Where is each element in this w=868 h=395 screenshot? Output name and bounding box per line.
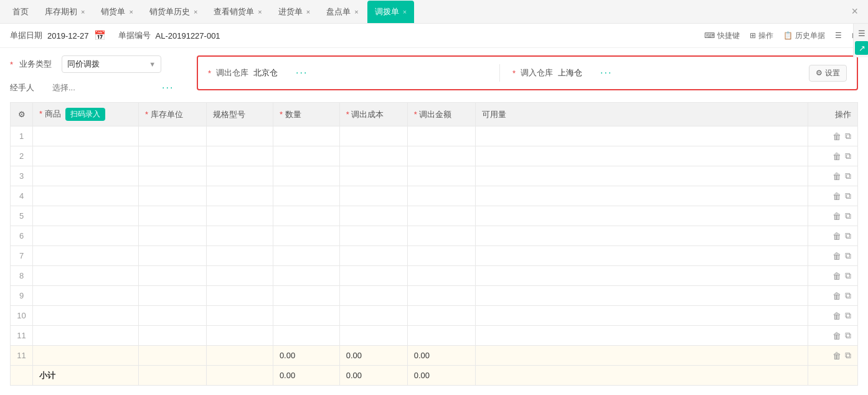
row-available[interactable] xyxy=(475,186,808,206)
business-type-select[interactable]: 同价调拨 ▼ xyxy=(62,55,161,73)
row-cost[interactable] xyxy=(339,306,407,326)
row-amount[interactable] xyxy=(407,326,475,346)
row-qty[interactable] xyxy=(273,186,339,206)
row-cost[interactable] xyxy=(339,326,407,346)
row-qty[interactable] xyxy=(273,146,339,166)
delete-icon[interactable]: 🗑 xyxy=(833,351,841,361)
copy-icon[interactable]: ⧉ xyxy=(845,310,851,321)
row-product[interactable] xyxy=(33,226,139,246)
row-amount[interactable] xyxy=(407,246,475,266)
tab-sales-history[interactable]: 销货单历史 × xyxy=(142,1,205,23)
row-spec[interactable] xyxy=(207,306,273,326)
close-sales-order[interactable]: × xyxy=(129,8,133,16)
delete-icon[interactable]: 🗑 xyxy=(833,311,841,321)
tab-inventory[interactable]: 盘点单 × xyxy=(319,1,366,23)
row-qty[interactable] xyxy=(273,326,339,346)
history-link[interactable]: 📋 历史单据 xyxy=(783,31,825,41)
copy-icon[interactable]: ⧉ xyxy=(845,151,851,161)
copy-icon[interactable]: ⧉ xyxy=(845,171,851,181)
row-spec[interactable] xyxy=(207,126,273,146)
row-available[interactable] xyxy=(475,126,808,146)
row-cost[interactable] xyxy=(339,126,407,146)
row-cost[interactable] xyxy=(339,286,407,306)
copy-icon[interactable]: ⧉ xyxy=(845,330,851,341)
copy-icon[interactable]: ⧉ xyxy=(845,211,851,221)
row-unit[interactable] xyxy=(139,326,207,346)
row-qty[interactable] xyxy=(273,266,339,286)
tab-purchase[interactable]: 进货单 × xyxy=(271,1,318,23)
row-cost[interactable] xyxy=(339,206,407,226)
delete-icon[interactable]: 🗑 xyxy=(833,331,841,341)
close-purchase[interactable]: × xyxy=(306,8,310,16)
close-inventory[interactable]: × xyxy=(354,8,358,16)
copy-icon[interactable]: ⧉ xyxy=(845,131,851,141)
row-amount[interactable] xyxy=(407,206,475,226)
row-qty[interactable] xyxy=(273,166,339,186)
delete-icon[interactable]: 🗑 xyxy=(833,251,841,261)
table-scroll[interactable]: ⚙ * 商品 扫码录入 * 库存单位 规格型号 * 数量 xyxy=(10,102,858,386)
row-product[interactable] xyxy=(33,326,139,346)
row-available[interactable] xyxy=(475,326,808,346)
settings-button[interactable]: ⚙ 设置 xyxy=(809,65,847,82)
row-product[interactable] xyxy=(33,186,139,206)
row-spec[interactable] xyxy=(207,146,273,166)
layout-btn[interactable]: ☰ xyxy=(835,31,842,40)
delete-icon[interactable]: 🗑 xyxy=(833,191,841,201)
row-available[interactable] xyxy=(475,246,808,266)
row-amount[interactable] xyxy=(407,146,475,166)
row-unit[interactable] xyxy=(139,126,207,146)
row-unit[interactable] xyxy=(139,286,207,306)
operations-link[interactable]: ⊞ 操作 xyxy=(750,31,773,41)
row-product[interactable] xyxy=(33,146,139,166)
close-view-sales[interactable]: × xyxy=(258,8,262,16)
row-product[interactable] xyxy=(33,166,139,186)
row-amount[interactable] xyxy=(407,166,475,186)
row-cost[interactable] xyxy=(339,226,407,246)
scan-button[interactable]: 扫码录入 xyxy=(65,108,105,121)
copy-icon[interactable]: ⧉ xyxy=(845,191,851,201)
copy-icon[interactable]: ⧉ xyxy=(845,231,851,241)
row-qty[interactable] xyxy=(273,126,339,146)
row-available[interactable] xyxy=(475,226,808,246)
tab-home[interactable]: 首页 xyxy=(5,1,36,23)
row-spec[interactable] xyxy=(207,326,273,346)
copy-icon[interactable]: ⧉ xyxy=(845,250,851,261)
row-product[interactable] xyxy=(33,246,139,266)
row-cost[interactable] xyxy=(339,166,407,186)
delete-icon[interactable]: 🗑 xyxy=(833,271,841,281)
row-product[interactable] xyxy=(33,126,139,146)
row-spec[interactable] xyxy=(207,206,273,226)
close-stock-init[interactable]: × xyxy=(81,8,85,16)
row-amount[interactable] xyxy=(407,266,475,286)
row-cost[interactable] xyxy=(339,186,407,206)
window-close-btn[interactable]: × xyxy=(846,5,863,18)
row-spec[interactable] xyxy=(207,226,273,246)
row-qty[interactable] xyxy=(273,246,339,266)
tab-sales-order[interactable]: 销货单 × xyxy=(93,1,140,23)
row-cost[interactable] xyxy=(339,246,407,266)
row-spec[interactable] xyxy=(207,186,273,206)
row-unit[interactable] xyxy=(139,186,207,206)
row-unit[interactable] xyxy=(139,306,207,326)
row-qty[interactable] xyxy=(273,306,339,326)
row-available[interactable] xyxy=(475,146,808,166)
row-product[interactable] xyxy=(33,206,139,226)
row-qty[interactable] xyxy=(273,226,339,246)
delete-icon[interactable]: 🗑 xyxy=(833,151,841,161)
row-amount[interactable] xyxy=(407,186,475,206)
delete-icon[interactable]: 🗑 xyxy=(833,211,841,221)
row-amount[interactable] xyxy=(407,126,475,146)
tab-stock-init[interactable]: 库存期初 × xyxy=(37,1,92,23)
row-qty[interactable] xyxy=(273,286,339,306)
row-unit[interactable] xyxy=(139,146,207,166)
row-cost[interactable] xyxy=(339,146,407,166)
row-cost[interactable] xyxy=(339,266,407,286)
row-amount[interactable] xyxy=(407,226,475,246)
tab-view-sales[interactable]: 查看销货单 × xyxy=(206,1,269,23)
row-spec[interactable] xyxy=(207,246,273,266)
shortcuts-link[interactable]: ⌨ 快捷键 xyxy=(704,31,740,41)
row-unit[interactable] xyxy=(139,226,207,246)
row-available[interactable] xyxy=(475,206,808,226)
th-gear[interactable]: ⚙ xyxy=(11,103,33,126)
sidebar-expand-icon[interactable]: ↗ xyxy=(855,41,868,55)
